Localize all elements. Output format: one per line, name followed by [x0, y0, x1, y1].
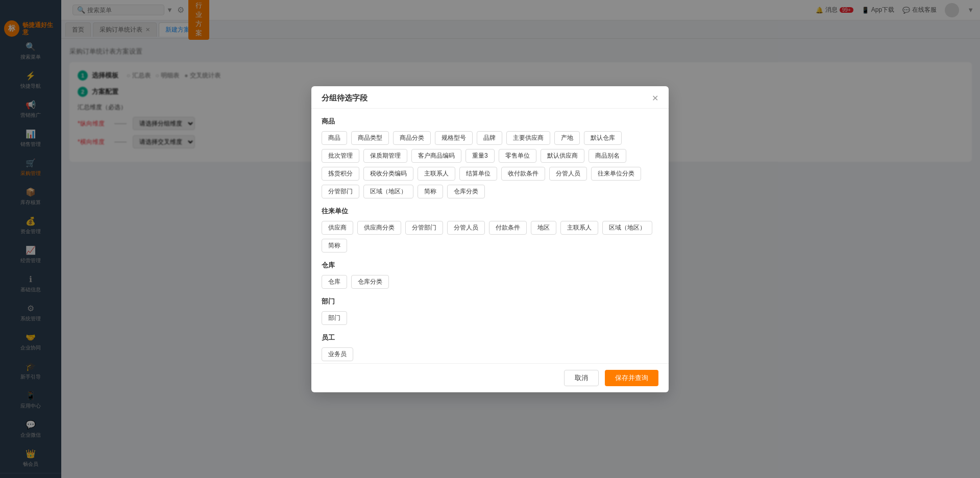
- field-tag-0-20[interactable]: 分管人员: [549, 167, 587, 170]
- field-tag-0-17[interactable]: 主联系人: [418, 167, 455, 170]
- field-tag-0-10[interactable]: 客户商品编码: [411, 149, 461, 163]
- field-tag-0-19[interactable]: 收付款条件: [501, 167, 545, 170]
- field-tag-0-2[interactable]: 商品分类: [393, 131, 431, 145]
- modal-overlay: 分组待选字段 ✕ 商品商品商品类型商品分类规格型号品牌主要供应商产地默认仓库批次…: [0, 0, 980, 170]
- modal-body: 商品商品商品类型商品分类规格型号品牌主要供应商产地默认仓库批次管理保质期管理客户…: [311, 109, 669, 170]
- field-select-modal: 分组待选字段 ✕ 商品商品商品类型商品分类规格型号品牌主要供应商产地默认仓库批次…: [311, 86, 669, 170]
- field-tag-0-8[interactable]: 批次管理: [322, 149, 359, 163]
- field-tag-0-6[interactable]: 产地: [554, 131, 580, 145]
- field-tag-0-11[interactable]: 重量3: [465, 149, 495, 163]
- field-tag-0-4[interactable]: 品牌: [477, 131, 502, 145]
- field-tag-0-13[interactable]: 默认供应商: [541, 149, 584, 163]
- field-tag-0-21[interactable]: 往来单位分类: [591, 167, 641, 170]
- field-tags-0: 商品商品类型商品分类规格型号品牌主要供应商产地默认仓库批次管理保质期管理客户商品…: [322, 131, 658, 170]
- field-section-0: 商品商品商品类型商品分类规格型号品牌主要供应商产地默认仓库批次管理保质期管理客户…: [322, 117, 658, 170]
- modal-header: 分组待选字段 ✕: [311, 86, 669, 109]
- field-tag-0-9[interactable]: 保质期管理: [363, 149, 407, 163]
- field-tag-0-14[interactable]: 商品别名: [589, 149, 626, 163]
- modal-close-button[interactable]: ✕: [652, 93, 658, 103]
- field-tag-0-12[interactable]: 零售单位: [499, 149, 536, 163]
- field-tag-0-1[interactable]: 商品类型: [351, 131, 389, 145]
- field-tag-0-3[interactable]: 规格型号: [435, 131, 473, 145]
- field-tag-0-18[interactable]: 结算单位: [459, 167, 497, 170]
- field-tag-0-0[interactable]: 商品: [322, 131, 347, 145]
- modal-title: 分组待选字段: [322, 93, 368, 103]
- field-tag-0-16[interactable]: 税收分类编码: [363, 167, 413, 170]
- section-title-0: 商品: [322, 117, 658, 126]
- field-tag-0-5[interactable]: 主要供应商: [506, 131, 550, 145]
- field-tag-0-7[interactable]: 默认仓库: [584, 131, 622, 145]
- field-tag-0-15[interactable]: 拣货积分: [322, 167, 359, 170]
